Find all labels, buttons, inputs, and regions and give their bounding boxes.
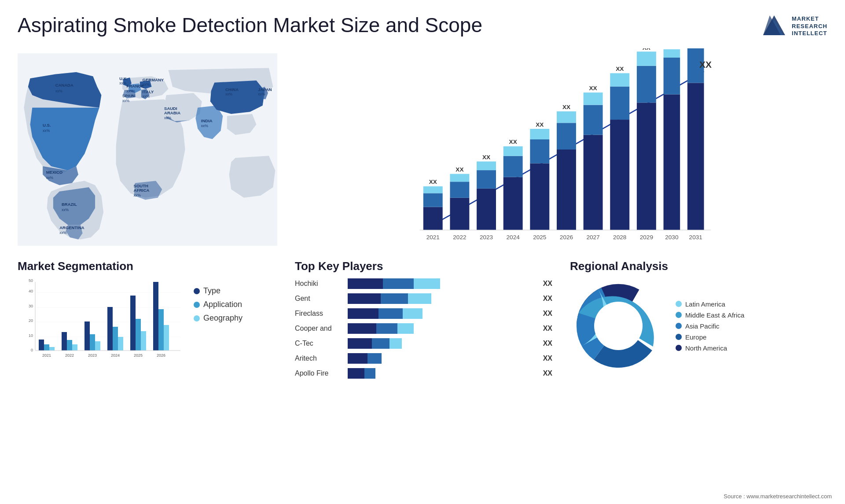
svg-rect-75 [49,347,55,351]
player-name-fireclass: Fireclass [295,310,343,318]
player-xx-hochiki: XX [543,280,552,288]
svg-text:2024: 2024 [507,234,520,241]
legend-label-geography: Geography [203,314,242,323]
legend-dot-application [194,302,200,308]
reg-legend-asia: Asia Pacific [676,322,744,330]
player-bar-wrap-ctec [348,337,537,350]
svg-rect-109 [397,323,414,334]
svg-rect-46 [637,102,656,230]
svg-rect-103 [408,293,431,304]
player-xx-apollo: XX [543,369,552,377]
reg-label-north-america: North America [685,344,727,352]
player-bar-wrap-cooper [348,322,537,335]
reg-label-europe: Europe [685,333,706,341]
map-sublabel-argentina: xx% [59,230,67,235]
donut-area: Latin America Middle East & Africa Asia … [570,278,827,374]
svg-rect-42 [610,87,629,120]
map-label-brazil: BRAZIL [62,202,77,207]
player-name-cooper: Cooper and [295,325,343,332]
header: Aspirating Smoke Detection Market Size a… [0,0,845,44]
svg-text:40: 40 [29,289,33,293]
map-label-mexico: MEXICO [46,170,62,175]
players-list: Hochiki XX Gent [295,278,552,380]
svg-rect-108 [376,323,397,334]
regional-legend: Latin America Middle East & Africa Asia … [676,300,744,352]
svg-rect-51 [664,95,680,230]
player-bar-wrap-hochiki [348,278,537,290]
svg-text:XX: XX [616,66,624,72]
svg-rect-36 [584,135,603,230]
main-content: CANADA xx% U.S. xx% MEXICO xx% BRAZIL xx… [0,44,845,495]
map-label-germany: GERMANY [143,77,164,82]
legend-dot-type [194,288,200,294]
svg-rect-13 [450,174,469,182]
map-label-italy: ITALY [143,89,154,94]
svg-rect-113 [348,353,367,364]
svg-rect-6 [423,207,443,230]
svg-text:2025: 2025 [134,353,143,358]
svg-text:50: 50 [29,278,33,283]
svg-rect-105 [378,308,403,319]
market-segmentation-section: Market Segmentation 0 10 20 30 40 50 [9,255,286,495]
svg-text:XX: XX [482,154,490,161]
player-bar-wrap-aritech [348,352,537,365]
svg-rect-98 [348,278,383,289]
svg-text:0: 0 [31,348,33,352]
map-label-canada: CANADA [55,83,73,88]
map-label-spain: SPAIN [122,93,135,98]
player-name-hochiki: Hochiki [295,280,343,288]
player-row-fireclass: Fireclass XX [295,307,552,320]
svg-text:XX: XX [536,121,544,128]
svg-rect-48 [637,51,656,66]
legend-item-application: Application [194,300,242,309]
map-sublabel-india: xx% [201,124,209,128]
reg-dot-asia [676,323,682,329]
svg-rect-112 [389,338,402,349]
svg-rect-74 [44,344,49,351]
player-bar-wrap-gent [348,292,537,305]
reg-label-latin: Latin America [685,300,725,308]
svg-rect-87 [118,337,123,351]
svg-rect-8 [423,186,443,194]
svg-rect-21 [503,177,523,230]
page-title: Aspirating Smoke Detection Market Size a… [18,13,482,37]
svg-rect-7 [423,193,443,207]
svg-rect-37 [584,105,603,135]
svg-text:2026: 2026 [157,353,165,358]
svg-rect-115 [348,368,364,379]
map-sublabel-japan: xx% [258,92,265,96]
source-text: Source : www.marketresearchintellect.com [724,493,832,500]
map-sublabel-canada: xx% [55,89,63,93]
map-sublabel-spain: xx% [122,99,130,103]
logo-area: MARKET RESEARCH INTELLECT [761,13,827,40]
player-row-cooper: Cooper and XX [295,322,552,335]
legend-label-application: Application [203,300,242,309]
logo-icon [761,13,787,40]
reg-label-asia: Asia Pacific [685,322,720,330]
reg-legend-north-america: North America [676,344,744,352]
svg-rect-86 [113,327,118,351]
svg-rect-16 [477,189,496,230]
map-sublabel-germany: xx% [143,82,150,87]
map-section: CANADA xx% U.S. xx% MEXICO xx% BRAZIL xx… [9,44,286,255]
map-label-france: FRANCE [126,84,144,88]
svg-rect-26 [530,163,549,230]
svg-rect-32 [557,123,576,150]
svg-text:XX: XX [589,85,597,91]
svg-rect-47 [637,66,656,103]
svg-text:XX: XX [456,166,463,173]
world-map-svg: CANADA xx% U.S. xx% MEXICO xx% BRAZIL xx… [18,48,277,251]
svg-rect-77 [62,332,67,351]
svg-rect-83 [95,341,100,351]
player-xx-aritech: XX [543,354,552,362]
player-xx-cooper: XX [543,325,552,332]
svg-text:2021: 2021 [42,353,51,358]
map-label-uk: U.K. [119,76,128,81]
player-row-gent: Gent XX [295,292,552,305]
svg-text:2027: 2027 [586,234,599,241]
player-row-apollo: Apollo Fire XX [295,367,552,380]
reg-label-mea: Middle East & Africa [685,311,744,319]
player-name-apollo: Apollo Fire [295,369,343,377]
svg-point-117 [594,302,643,350]
player-row-aritech: Aritech XX [295,352,552,365]
